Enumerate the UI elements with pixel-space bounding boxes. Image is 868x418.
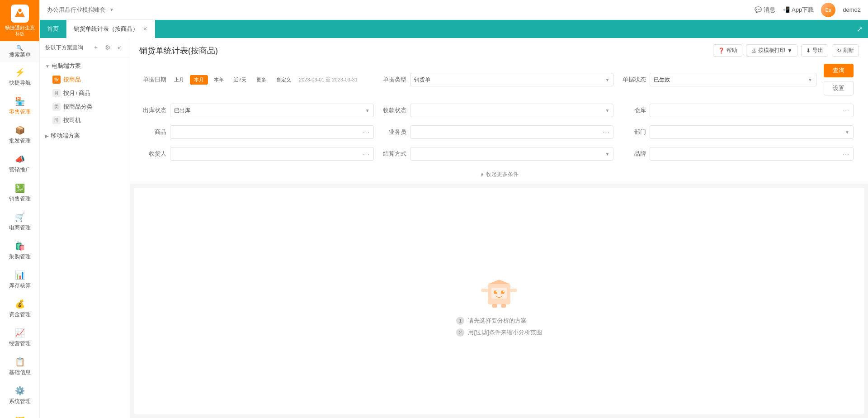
- doctype-input[interactable]: 销货单 ▼: [410, 73, 614, 86]
- scheme-item-by-month-product[interactable]: 月 按月+商品: [40, 86, 130, 100]
- department-chevron: ▼: [845, 130, 849, 135]
- wholesale-label: 批发管理: [9, 137, 31, 145]
- consignee-input[interactable]: ···: [170, 147, 374, 161]
- empty-tip-1: 1 请先选择要分析的方案: [456, 317, 542, 325]
- logo-icon: [11, 5, 29, 23]
- tab-close-button[interactable]: ✕: [143, 26, 147, 32]
- docstatus-label: 单据状态: [619, 76, 646, 84]
- sidebar-item-purchase[interactable]: 🛍️ 采购管理: [0, 236, 40, 265]
- department-input[interactable]: ▼: [650, 125, 854, 139]
- filter-row-1: 单据日期 上月 本月 本年 近7天 更多 自定义 2023-03-01 至 20…: [139, 62, 859, 97]
- sidebar-item-quicknav[interactable]: ⚡ 快捷导航: [0, 62, 40, 91]
- tip-text-1: 请先选择要分析的方案: [468, 317, 527, 325]
- app-download-button[interactable]: 📲 App下载: [783, 6, 814, 14]
- template-icon: 🖨: [751, 48, 756, 54]
- sidebar-item-system[interactable]: ⚙️ 系统管理: [0, 381, 40, 410]
- sidebar-item-operations[interactable]: 📈 经营管理: [0, 323, 40, 352]
- product-input[interactable]: ···: [170, 125, 374, 139]
- filter-row-2: 出库状态 已出库 ▼ 收款状态 ▼ 仓库: [139, 102, 859, 119]
- help-label: 帮助: [726, 47, 737, 54]
- sidebar-item-wholesale[interactable]: 📦 批发管理: [0, 120, 40, 149]
- sales-icon: 💹: [14, 183, 25, 194]
- wholesale-icon: 📦: [14, 125, 25, 136]
- sidebar-item-ecommerce[interactable]: 🛒 电商管理: [0, 207, 40, 236]
- sidebar-item-sales[interactable]: 💹 销售管理: [0, 178, 40, 207]
- mobile-group-arrow: ▶: [45, 133, 49, 138]
- doctype-chevron: ▼: [605, 77, 609, 82]
- collapse-bar[interactable]: ∧ 收起更多条件: [139, 167, 859, 182]
- brand-input[interactable]: ···: [650, 147, 854, 161]
- scheme-group-desktop-title[interactable]: ▼ 电脑端方案: [40, 59, 130, 73]
- marketing-icon: 📣: [14, 154, 25, 165]
- empty-state: 1 请先选择要分析的方案 2 用[过滤]条件来缩小分析范围: [456, 266, 542, 337]
- scheme-item-by-product[interactable]: 按 按商品: [40, 73, 130, 86]
- brand-label: 品牌: [619, 150, 646, 158]
- user-avatar[interactable]: Ea: [821, 3, 835, 17]
- system-icon: ⚙️: [14, 385, 25, 396]
- scheme-add-button[interactable]: +: [91, 43, 101, 52]
- date-filter-group: 上月 本月 本年 近7天 更多 自定义 2023-03-01 至 2023-03…: [170, 75, 374, 85]
- filter-panel: 单据日期 上月 本月 本年 近7天 更多 自定义 2023-03-01 至 20…: [130, 57, 868, 184]
- filter-row-4: 收货人 ··· 结算方式 ▼ 品牌: [139, 145, 859, 162]
- outstatus-chevron: ▼: [365, 108, 370, 113]
- query-button[interactable]: 查询: [824, 64, 854, 77]
- sidebar-item-enterprise[interactable]: 🤝 企业协同: [0, 410, 40, 418]
- scheme-panel-header: 按以下方案查询 + ⚙ «: [40, 38, 130, 57]
- doctype-value: 销货单: [414, 76, 604, 84]
- refresh-button[interactable]: ↻ 刷新: [832, 44, 859, 57]
- user-name: demo2: [843, 6, 861, 13]
- scheme-group-mobile-title[interactable]: ▶ 移动端方案: [40, 129, 130, 142]
- salesman-input[interactable]: ···: [410, 125, 614, 139]
- empty-tips: 1 请先选择要分析的方案 2 用[过滤]条件来缩小分析范围: [456, 317, 542, 337]
- quicknav-icon: ⚡: [14, 67, 25, 78]
- message-icon: 💬: [755, 6, 762, 13]
- avatar-text: Ea: [826, 7, 831, 13]
- date-tag-7days[interactable]: 近7天: [230, 75, 250, 85]
- tip-num-2: 2: [456, 328, 464, 337]
- filter-cell-brand: 品牌 ···: [619, 145, 859, 162]
- search-icon: 🔍: [16, 45, 23, 51]
- tab-bar: 首页 销货单统计表（按商品） ✕ ⤢: [40, 20, 868, 38]
- date-tag-more[interactable]: 更多: [252, 75, 270, 85]
- svg-rect-10: [481, 289, 488, 292]
- template-print-button[interactable]: 🖨 按模板打印 ▼: [746, 44, 797, 57]
- scheme-collapse-button[interactable]: «: [114, 43, 124, 52]
- scheme-item-by-driver[interactable]: 司 按司机: [40, 114, 130, 127]
- sidebar-item-finance[interactable]: 💰 资金管理: [0, 294, 40, 323]
- payment-method-label: 结算方式: [379, 150, 406, 158]
- sales-label: 销售管理: [9, 195, 31, 203]
- date-tag-this-month[interactable]: 本月: [190, 75, 208, 85]
- template-print-label: 按模板打印: [758, 47, 785, 54]
- outstatus-input[interactable]: 已出库 ▼: [170, 104, 374, 117]
- help-button[interactable]: ❓ 帮助: [713, 44, 742, 57]
- sidebar-item-marketing[interactable]: 📣 营销推广: [0, 149, 40, 178]
- message-button[interactable]: 💬 消息: [755, 6, 775, 14]
- date-tag-this-year[interactable]: 本年: [210, 75, 228, 85]
- sidebar-logo[interactable]: 畅捷通好生意 标版: [0, 0, 40, 41]
- basic-icon: 📋: [14, 356, 25, 367]
- export-button[interactable]: ⬇ 导出: [801, 44, 828, 57]
- payment-method-input[interactable]: ▼: [410, 147, 614, 161]
- scheme-group-desktop: ▼ 电脑端方案 按 按商品 月 按月+商品 类 按商品分类 司 按司机: [40, 59, 130, 127]
- warehouse-input[interactable]: ···: [650, 104, 854, 117]
- right-panel: 销货单统计表(按商品) ❓ 帮助 🖨 按模板打印 ▼ ⬇ 导出: [130, 38, 868, 418]
- docstatus-input[interactable]: 已生效 ▼: [650, 73, 816, 86]
- svg-rect-3: [491, 288, 507, 299]
- date-tag-custom[interactable]: 自定义: [272, 75, 295, 85]
- operations-icon: 📈: [14, 328, 25, 338]
- scheme-item-by-category[interactable]: 类 按商品分类: [40, 100, 130, 114]
- sidebar-item-basic[interactable]: 📋 基础信息: [0, 352, 40, 381]
- operations-label: 经营管理: [9, 340, 31, 347]
- scheme-config-button[interactable]: ⚙: [103, 43, 113, 52]
- date-tag-last-month[interactable]: 上月: [170, 75, 188, 85]
- payment-status-input[interactable]: ▼: [410, 104, 614, 117]
- sidebar-item-retail[interactable]: 🏪 零售管理: [0, 91, 40, 120]
- settings-button[interactable]: 设置: [824, 81, 854, 95]
- sidebar-item-inventory[interactable]: 📊 库存核算: [0, 265, 40, 294]
- sidebar-search-item[interactable]: 🔍 搜索菜单: [0, 41, 40, 62]
- tab-expand-button[interactable]: ⤢: [851, 25, 868, 33]
- doctype-label: 单据类型: [379, 76, 406, 84]
- tab-home[interactable]: 首页: [40, 20, 66, 38]
- app-download-label: App下载: [792, 6, 814, 14]
- tab-sales-stat[interactable]: 销货单统计表（按商品） ✕: [66, 20, 155, 38]
